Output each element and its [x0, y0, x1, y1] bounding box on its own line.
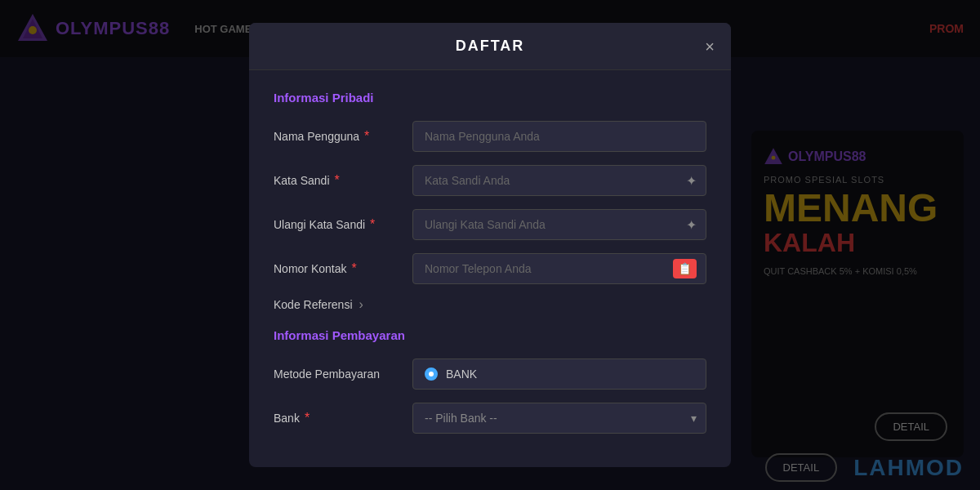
required-star: *	[364, 129, 369, 144]
referral-label[interactable]: Kode Referensi ›	[274, 297, 363, 312]
payment-option-bank-label: BANK	[446, 368, 477, 381]
modal-title: DAFTAR	[456, 38, 525, 55]
bank-row: Bank * -- Pilih Bank -- BCA BRI BNI Mand…	[274, 403, 706, 434]
password-input[interactable]	[412, 165, 706, 196]
bank-select[interactable]: -- Pilih Bank -- BCA BRI BNI Mandiri CIM…	[412, 403, 706, 434]
confirm-password-row: Ulangi Kata Sandi * ✦	[274, 209, 706, 240]
confirm-password-input-wrapper: ✦	[412, 209, 706, 240]
phone-input-wrapper: 📋	[412, 253, 706, 284]
required-star: *	[305, 411, 310, 425]
modal-close-button[interactable]: ×	[705, 38, 715, 55]
required-star: *	[370, 217, 375, 232]
registration-modal: DAFTAR × Informasi Pribadi Nama Pengguna…	[249, 23, 731, 467]
modal-header: DAFTAR ×	[249, 23, 731, 70]
username-input-wrapper	[412, 121, 706, 152]
modal-body: Informasi Pribadi Nama Pengguna * Kata S…	[249, 70, 731, 467]
confirm-password-label: Ulangi Kata Sandi *	[274, 217, 404, 232]
username-label: Nama Pengguna *	[274, 129, 404, 144]
radio-selected-indicator	[425, 368, 438, 381]
required-star: *	[335, 173, 340, 188]
phone-input[interactable]	[412, 253, 706, 284]
username-input[interactable]	[412, 121, 706, 152]
password-row: Kata Sandi * ✦	[274, 165, 706, 196]
bank-label: Bank *	[274, 411, 404, 425]
password-label: Kata Sandi *	[274, 173, 404, 188]
payment-method-bank-option[interactable]: BANK	[412, 359, 706, 390]
payment-method-row: Metode Pembayaran BANK	[274, 359, 706, 390]
bank-select-wrapper: -- Pilih Bank -- BCA BRI BNI Mandiri CIM…	[412, 403, 706, 434]
confirm-password-toggle-icon[interactable]: ✦	[686, 217, 697, 233]
confirm-password-input[interactable]	[412, 209, 706, 240]
password-input-wrapper: ✦	[412, 165, 706, 196]
phone-label: Nomor Kontak *	[274, 261, 404, 276]
phone-icon: 📋	[673, 259, 697, 278]
required-star: *	[351, 261, 356, 276]
chevron-right-icon: ›	[359, 297, 363, 312]
referral-row: Kode Referensi ›	[274, 297, 706, 312]
personal-info-section-title: Informasi Pribadi	[274, 91, 706, 105]
phone-row: Nomor Kontak * 📋	[274, 253, 706, 284]
payment-method-label: Metode Pembayaran	[274, 368, 404, 381]
payment-info-section-title: Informasi Pembayaran	[274, 328, 706, 342]
username-row: Nama Pengguna *	[274, 121, 706, 152]
password-toggle-icon[interactable]: ✦	[686, 173, 697, 189]
